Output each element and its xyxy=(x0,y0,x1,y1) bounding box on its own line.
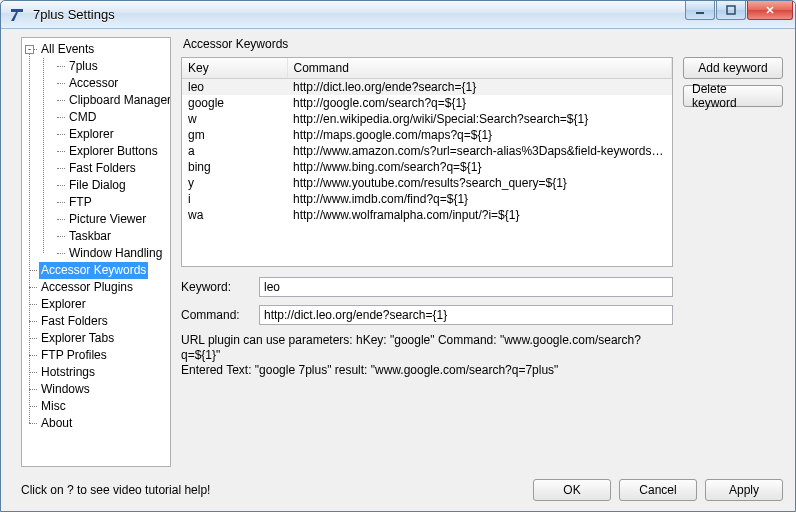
tree-item[interactable]: Hotstrings xyxy=(25,364,167,381)
tree-item-label: Accessor Keywords xyxy=(39,262,148,279)
cell-key: w xyxy=(182,111,287,127)
cell-key: wa xyxy=(182,207,287,223)
window-title: 7plus Settings xyxy=(33,7,684,22)
table-row[interactable]: binghttp://www.bing.com/search?q=${1} xyxy=(182,159,672,175)
titlebar: 7plus Settings xyxy=(1,1,795,29)
svg-rect-0 xyxy=(696,12,704,14)
category-tree[interactable]: -All Events7plusAccessorClipboard Manage… xyxy=(21,37,171,467)
close-button[interactable] xyxy=(747,1,793,20)
settings-window: 7plus Settings -All Events7plusAccessorC… xyxy=(0,0,796,512)
tree-item[interactable]: CMD xyxy=(53,109,167,126)
help-text: URL plugin can use parameters: hKey: "go… xyxy=(181,333,673,378)
cell-key: y xyxy=(182,175,287,191)
table-row-empty xyxy=(182,255,672,267)
col-header-command[interactable]: Command xyxy=(287,58,672,79)
ok-button[interactable]: OK xyxy=(533,479,611,501)
cell-command: http://www.wolframalpha.com/input/?i=${1… xyxy=(287,207,672,223)
table-row[interactable]: wahttp://www.wolframalpha.com/input/?i=$… xyxy=(182,207,672,223)
table-row[interactable]: yhttp://www.youtube.com/results?search_q… xyxy=(182,175,672,191)
cell-key: google xyxy=(182,95,287,111)
tree-item-label: Taskbar xyxy=(67,228,113,245)
svg-rect-1 xyxy=(727,6,735,14)
video-help-link[interactable]: Click on ? to see video tutorial help! xyxy=(21,483,525,497)
cell-command: http://www.imdb.com/find?q=${1} xyxy=(287,191,672,207)
tree-item[interactable]: Windows xyxy=(25,381,167,398)
tree-expander[interactable]: - xyxy=(25,45,34,54)
close-icon xyxy=(765,5,775,15)
tree-item[interactable]: 7plus xyxy=(53,58,167,75)
maximize-button[interactable] xyxy=(716,1,746,20)
tree-item-label: Accessor Plugins xyxy=(39,279,135,296)
tree-item-label: Windows xyxy=(39,381,92,398)
cell-key: a xyxy=(182,143,287,159)
tree-item[interactable]: Accessor xyxy=(53,75,167,92)
tree-item[interactable]: Clipboard Manager xyxy=(53,92,167,109)
table-row[interactable]: googlehttp://google.com/search?q=${1} xyxy=(182,95,672,111)
table-row[interactable]: ihttp://www.imdb.com/find?q=${1} xyxy=(182,191,672,207)
table-row[interactable]: gmhttp://maps.google.com/maps?q=${1} xyxy=(182,127,672,143)
tree-item-label: Accessor xyxy=(67,75,120,92)
cell-command: http://dict.leo.org/ende?search={1} xyxy=(287,79,672,96)
help-line-1: URL plugin can use parameters: hKey: "go… xyxy=(181,333,673,363)
cell-key: i xyxy=(182,191,287,207)
tree-item[interactable]: Picture Viewer xyxy=(53,211,167,228)
delete-keyword-button[interactable]: Delete keyword xyxy=(683,85,783,107)
col-header-key[interactable]: Key xyxy=(182,58,287,79)
cancel-button[interactable]: Cancel xyxy=(619,479,697,501)
tree-item-label: 7plus xyxy=(67,58,100,75)
tree-item[interactable]: Explorer xyxy=(25,296,167,313)
help-line-2: Entered Text: "google 7plus" result: "ww… xyxy=(181,363,673,378)
section-title: Accessor Keywords xyxy=(183,37,783,51)
tree-item[interactable]: Accessor Keywords xyxy=(25,262,167,279)
tree-item-label: Misc xyxy=(39,398,68,415)
tree-item-label: Fast Folders xyxy=(67,160,138,177)
tree-item[interactable]: Taskbar xyxy=(53,228,167,245)
tree-item-label: Window Handling xyxy=(67,245,164,262)
tree-item[interactable]: Explorer xyxy=(53,126,167,143)
tree-item[interactable]: FTP xyxy=(53,194,167,211)
tree-item[interactable]: Accessor Plugins xyxy=(25,279,167,296)
add-keyword-button[interactable]: Add keyword xyxy=(683,57,783,79)
cell-key: leo xyxy=(182,79,287,96)
cell-command: http://www.youtube.com/results?search_qu… xyxy=(287,175,672,191)
cell-command: http://en.wikipedia.org/wiki/Special:Sea… xyxy=(287,111,672,127)
apply-button[interactable]: Apply xyxy=(705,479,783,501)
cell-command: http://www.bing.com/search?q=${1} xyxy=(287,159,672,175)
tree-item[interactable]: Explorer Tabs xyxy=(25,330,167,347)
command-input[interactable] xyxy=(259,305,673,325)
tree-item[interactable]: Explorer Buttons xyxy=(53,143,167,160)
minimize-button[interactable] xyxy=(685,1,715,20)
table-row[interactable]: ahttp://www.amazon.com/s?url=search-alia… xyxy=(182,143,672,159)
tree-item-label: Clipboard Manager xyxy=(67,92,171,109)
tree-item[interactable]: FTP Profiles xyxy=(25,347,167,364)
keyword-label: Keyword: xyxy=(181,280,251,294)
tree-item-label: Fast Folders xyxy=(39,313,110,330)
tree-item-label: Explorer xyxy=(39,296,88,313)
maximize-icon xyxy=(726,5,736,15)
cell-key: gm xyxy=(182,127,287,143)
tree-item-label: About xyxy=(39,415,74,432)
cell-command: http://maps.google.com/maps?q=${1} xyxy=(287,127,672,143)
tree-item-label: All Events xyxy=(39,41,96,58)
cell-command: http://www.amazon.com/s?url=search-alias… xyxy=(287,143,672,159)
tree-item[interactable]: Fast Folders xyxy=(53,160,167,177)
keywords-table[interactable]: Key Command leohttp://dict.leo.org/ende?… xyxy=(181,57,673,267)
tree-item-label: FTP xyxy=(67,194,94,211)
tree-item-label: Hotstrings xyxy=(39,364,97,381)
minimize-icon xyxy=(695,5,705,15)
tree-item[interactable]: About xyxy=(25,415,167,432)
app-icon xyxy=(7,5,27,25)
tree-item[interactable]: File Dialog xyxy=(53,177,167,194)
tree-item[interactable]: Window Handling xyxy=(53,245,167,262)
tree-item-all-events[interactable]: -All Events7plusAccessorClipboard Manage… xyxy=(25,41,167,262)
table-row[interactable]: leohttp://dict.leo.org/ende?search={1} xyxy=(182,79,672,96)
tree-item-label: Explorer Tabs xyxy=(39,330,116,347)
keyword-input[interactable] xyxy=(259,277,673,297)
tree-item[interactable]: Misc xyxy=(25,398,167,415)
command-label: Command: xyxy=(181,308,251,322)
table-row-empty xyxy=(182,223,672,239)
cell-key: bing xyxy=(182,159,287,175)
tree-item[interactable]: Fast Folders xyxy=(25,313,167,330)
tree-item-label: Picture Viewer xyxy=(67,211,148,228)
table-row[interactable]: whttp://en.wikipedia.org/wiki/Special:Se… xyxy=(182,111,672,127)
